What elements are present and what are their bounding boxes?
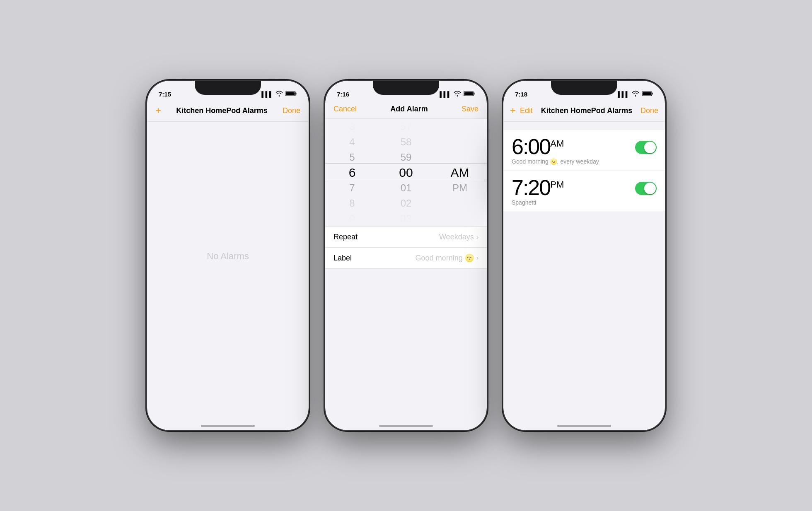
status-time-3: 7:18 bbox=[515, 91, 527, 98]
alarm-time-row-2: 7:20PM bbox=[512, 177, 657, 198]
picker-hour-8: 8 bbox=[349, 196, 355, 211]
nav-title-2: Add Alarm bbox=[390, 105, 428, 113]
wifi-icon-2 bbox=[454, 91, 461, 98]
cancel-button[interactable]: Cancel bbox=[334, 105, 357, 113]
home-indicator-3 bbox=[557, 425, 611, 427]
alarm-time-value-2: 7:20PM bbox=[512, 176, 564, 200]
signal-icon-1: ▌▌▌ bbox=[261, 91, 273, 97]
edit-button[interactable]: Edit bbox=[520, 106, 533, 115]
alarm-ampm-1: AM bbox=[550, 138, 564, 149]
notch-1 bbox=[195, 81, 261, 95]
repeat-label: Repeat bbox=[334, 233, 358, 241]
wifi-icon-1 bbox=[276, 91, 283, 98]
picker-hour-5: 5 bbox=[349, 149, 355, 165]
repeat-chevron-icon: › bbox=[476, 234, 479, 241]
alarm-item-1[interactable]: 6:00AM Good morning 🌝, every weekday bbox=[503, 130, 665, 171]
empty-state: No Alarms bbox=[147, 122, 309, 391]
signal-icon-3: ▌▌▌ bbox=[618, 91, 629, 97]
picker-min-03: 03 bbox=[400, 211, 412, 227]
alarm-label-2: Spaghetti bbox=[512, 199, 657, 206]
wifi-icon-3 bbox=[632, 91, 639, 98]
svg-rect-7 bbox=[652, 92, 653, 94]
picker-hour-7: 7 bbox=[349, 181, 355, 196]
alarm-label-1: Good morning 🌝, every weekday bbox=[512, 158, 657, 165]
status-icons-2: ▌▌▌ bbox=[440, 91, 475, 98]
picker-hour-6: 6 bbox=[349, 165, 356, 180]
time-picker[interactable]: 3 4 5 6 7 8 9 57 58 59 00 01 02 03 bbox=[325, 119, 487, 227]
nav-bar-1: + Kitchen HomePod Alarms Done bbox=[147, 101, 309, 122]
alarm-list: 6:00AM Good morning 🌝, every weekday 7:2… bbox=[503, 130, 665, 212]
label-row[interactable]: Label Good morning 🌝 › bbox=[325, 248, 487, 268]
nav-bar-2: Cancel Add Alarm Save bbox=[325, 101, 487, 119]
battery-icon-3 bbox=[642, 91, 653, 98]
home-indicator-2 bbox=[379, 425, 433, 427]
done-button-1[interactable]: Done bbox=[283, 106, 300, 115]
label-chevron-icon: › bbox=[476, 254, 479, 262]
svg-rect-5 bbox=[464, 92, 473, 95]
nav-title-3: Kitchen HomePod Alarms bbox=[541, 106, 632, 115]
picker-columns: 3 4 5 6 7 8 9 57 58 59 00 01 02 03 bbox=[325, 119, 487, 227]
alarm-time-value-1: 6:00AM bbox=[512, 135, 564, 159]
picker-hour-4: 4 bbox=[349, 134, 355, 149]
picker-minutes[interactable]: 57 58 59 00 01 02 03 bbox=[379, 119, 433, 227]
phone-1: 7:15 ▌▌▌ + Kitchen HomePod Alarms Don bbox=[147, 81, 309, 430]
picker-ampm[interactable]: AM PM bbox=[433, 119, 487, 227]
alarm-time-row-1: 6:00AM bbox=[512, 136, 657, 157]
picker-min-57: 57 bbox=[400, 119, 412, 134]
label-value-container: Good morning 🌝 › bbox=[416, 253, 479, 263]
picker-hours[interactable]: 3 4 5 6 7 8 9 bbox=[325, 119, 379, 227]
add-alarm-button-3[interactable]: + bbox=[510, 105, 516, 116]
notch-2 bbox=[373, 81, 439, 95]
phone-2: 7:16 ▌▌▌ Cancel Add Alarm Save bbox=[325, 81, 487, 430]
label-value: Good morning 🌝 bbox=[416, 253, 474, 263]
battery-icon-2 bbox=[464, 91, 475, 98]
signal-icon-2: ▌▌▌ bbox=[440, 91, 451, 97]
picker-hour-9: 9 bbox=[349, 211, 355, 227]
phone-3: 7:18 ▌▌▌ + Edit Kit bbox=[503, 81, 665, 430]
alarm-toggle-1[interactable] bbox=[635, 141, 657, 154]
picker-min-02: 02 bbox=[401, 196, 412, 211]
status-time-2: 7:16 bbox=[337, 91, 349, 98]
notch-3 bbox=[551, 81, 617, 95]
repeat-value: Weekdays bbox=[439, 233, 474, 241]
done-button-3[interactable]: Done bbox=[640, 106, 658, 115]
picker-min-58: 58 bbox=[401, 134, 412, 149]
picker-min-59: 59 bbox=[401, 149, 412, 165]
repeat-value-container: Weekdays › bbox=[439, 233, 479, 241]
svg-rect-1 bbox=[296, 92, 297, 94]
alarm-toggle-2[interactable] bbox=[635, 182, 657, 195]
alarm-item-2[interactable]: 7:20PM Spaghetti bbox=[503, 171, 665, 212]
add-alarm-button-1[interactable]: + bbox=[155, 105, 161, 116]
svg-rect-4 bbox=[474, 92, 475, 94]
label-label: Label bbox=[334, 254, 352, 263]
picker-pm: PM bbox=[452, 181, 467, 196]
svg-rect-2 bbox=[286, 92, 295, 95]
nav-left: + Edit bbox=[510, 105, 533, 116]
status-icons-3: ▌▌▌ bbox=[618, 91, 653, 98]
alarm-time-display-1: 6:00AM bbox=[512, 136, 564, 157]
nav-title-1: Kitchen HomePod Alarms bbox=[176, 106, 267, 115]
repeat-row[interactable]: Repeat Weekdays › bbox=[325, 227, 487, 248]
alarm-time-display-2: 7:20PM bbox=[512, 177, 564, 198]
nav-bar-3: + Edit Kitchen HomePod Alarms Done bbox=[503, 101, 665, 122]
picker-hour-3: 3 bbox=[349, 119, 355, 134]
picker-min-00: 00 bbox=[399, 165, 413, 180]
status-time-1: 7:15 bbox=[159, 91, 171, 98]
battery-icon-1 bbox=[285, 91, 297, 98]
svg-rect-8 bbox=[643, 92, 651, 95]
alarm-settings: Repeat Weekdays › Label Good morning 🌝 › bbox=[325, 227, 487, 269]
home-indicator-1 bbox=[201, 425, 255, 427]
empty-text: No Alarms bbox=[207, 251, 249, 262]
alarm-ampm-2: PM bbox=[550, 179, 564, 190]
status-icons-1: ▌▌▌ bbox=[261, 91, 297, 98]
save-button[interactable]: Save bbox=[462, 105, 479, 113]
picker-min-01: 01 bbox=[401, 181, 412, 196]
picker-am: AM bbox=[451, 165, 469, 180]
